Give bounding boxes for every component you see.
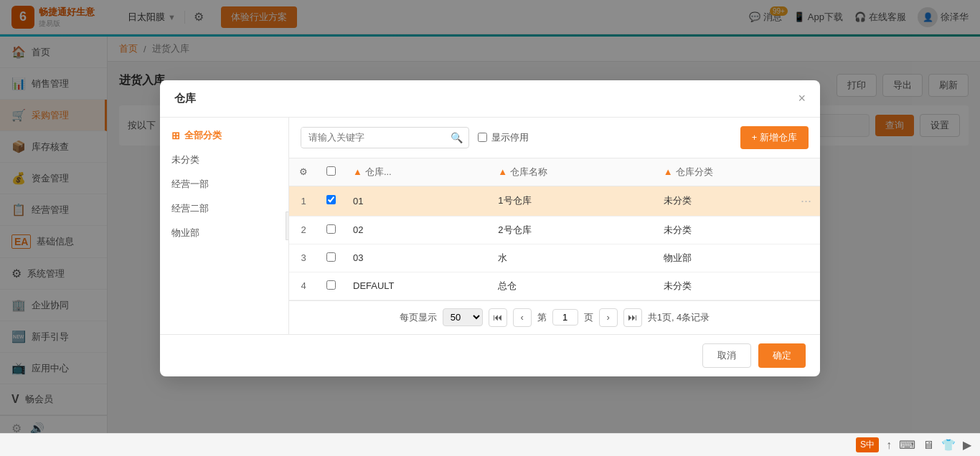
col-category: ▲仓库分类	[655, 158, 820, 186]
sidebar-collapse-btn[interactable]: 《	[286, 212, 289, 240]
dialog-header: 仓库 ×	[160, 80, 820, 118]
row-checkbox[interactable]	[326, 252, 336, 262]
bottom-bar: S中 ↑ ⌨ 🖥 👕 ▶	[0, 433, 980, 456]
bottom-s-icon[interactable]: S中	[856, 437, 879, 452]
row-name: 1号仓库	[489, 186, 654, 216]
col-code: ▲仓库...	[344, 158, 489, 186]
row-checkbox-cell	[318, 186, 344, 216]
category-label: 经营一部	[171, 178, 209, 191]
bottom-play-icon[interactable]: ▶	[963, 438, 971, 452]
category-item-all[interactable]: ⊞ 全部分类	[160, 123, 288, 148]
bottom-monitor-icon[interactable]: 🖥	[923, 439, 934, 452]
table-row[interactable]: 1 01 1号仓库 未分类 ···	[289, 186, 820, 216]
row-category: 未分类	[655, 272, 820, 300]
row-category: 未分类 ···	[655, 186, 820, 216]
category-label: 全部分类	[184, 129, 222, 142]
row-category: 未分类	[655, 216, 820, 244]
per-page-label: 每页显示	[400, 311, 437, 324]
row-num: 1	[289, 186, 318, 216]
row-code: DEFAULT	[344, 272, 489, 300]
col-name: ▲仓库名称	[489, 158, 654, 186]
row-checkbox[interactable]	[326, 195, 336, 204]
row-code: 02	[344, 216, 489, 244]
row-category: 物业部	[655, 244, 820, 272]
show-disabled-checkbox-label[interactable]: 显示停用	[478, 131, 529, 144]
show-disabled-checkbox[interactable]	[478, 133, 487, 142]
col-checkbox	[318, 158, 344, 186]
row-checkbox[interactable]	[326, 280, 336, 290]
warehouse-dialog: 仓库 × ⊞ 全部分类 未分类 经营一部 经营二部	[160, 80, 820, 376]
col-settings: ⚙	[289, 158, 318, 186]
category-label: 经营二部	[171, 202, 209, 215]
bottom-shirt-icon[interactable]: 👕	[941, 438, 956, 452]
dialog-footer: 取消 确定	[160, 334, 820, 376]
page-unit: 页	[584, 311, 593, 324]
prev-page-btn[interactable]: ‹	[513, 308, 532, 327]
grid-icon: ⊞	[171, 130, 180, 141]
table-row[interactable]: 2 02 2号仓库 未分类	[289, 216, 820, 244]
row-num: 2	[289, 216, 318, 244]
category-label: 未分类	[171, 153, 199, 166]
row-checkbox-cell	[318, 216, 344, 244]
modal-overlay: 仓库 × ⊞ 全部分类 未分类 经营一部 经营二部	[0, 0, 980, 456]
bottom-keyboard-icon[interactable]: ⌨	[899, 438, 915, 452]
search-input[interactable]	[301, 128, 445, 147]
dialog-toolbar: 🔍 显示停用 + 新增仓库	[289, 118, 820, 158]
row-num: 3	[289, 244, 318, 272]
table-row[interactable]: 3 03 水 物业部	[289, 244, 820, 272]
row-checkbox-cell	[318, 244, 344, 272]
category-item-ops2[interactable]: 经营二部	[160, 196, 288, 221]
search-box: 🔍	[301, 127, 469, 148]
cancel-btn[interactable]: 取消	[702, 343, 751, 368]
first-page-btn[interactable]: ⏮	[489, 308, 507, 327]
dialog-category-sidebar: ⊞ 全部分类 未分类 经营一部 经营二部 物业部 《	[160, 118, 289, 334]
select-all-checkbox[interactable]	[326, 166, 336, 176]
search-icon[interactable]: 🔍	[445, 128, 468, 148]
more-btn[interactable]: ···	[801, 194, 811, 209]
row-num: 4	[289, 272, 318, 300]
per-page-select[interactable]: 50 100 200	[443, 308, 483, 326]
row-name: 2号仓库	[489, 216, 654, 244]
category-label: 物业部	[171, 227, 199, 239]
pagination: 每页显示 50 100 200 ⏮ ‹ 第 页 › ⏭ 共1页, 4条记录	[289, 300, 820, 334]
page-label: 第	[537, 311, 547, 324]
row-checkbox-cell	[318, 272, 344, 300]
row-name: 水	[489, 244, 654, 272]
row-code: 03	[344, 244, 489, 272]
category-item-property[interactable]: 物业部	[160, 221, 288, 245]
row-name: 总仓	[489, 272, 654, 300]
warehouse-table: ⚙ ▲仓库... ▲仓库名称 ▲仓库分类 1 01	[289, 158, 820, 300]
total-info: 共1页, 4条记录	[648, 311, 710, 324]
table-row[interactable]: 4 DEFAULT 总仓 未分类	[289, 272, 820, 300]
page-input[interactable]	[552, 309, 578, 326]
category-item-ops1[interactable]: 经营一部	[160, 172, 288, 196]
dialog-title: 仓库	[174, 92, 196, 105]
row-code: 01	[344, 186, 489, 216]
add-warehouse-btn[interactable]: + 新增仓库	[740, 126, 809, 149]
dialog-close-btn[interactable]: ×	[798, 92, 806, 105]
show-disabled-label: 显示停用	[491, 131, 529, 144]
bottom-upload-icon[interactable]: ↑	[886, 439, 892, 452]
last-page-btn[interactable]: ⏭	[623, 308, 642, 327]
next-page-btn[interactable]: ›	[599, 308, 618, 327]
category-item-unclassified[interactable]: 未分类	[160, 148, 288, 172]
dialog-main: 🔍 显示停用 + 新增仓库 ⚙	[289, 118, 820, 334]
row-checkbox[interactable]	[326, 224, 336, 234]
confirm-btn[interactable]: 确定	[758, 343, 806, 368]
warehouse-table-wrap: ⚙ ▲仓库... ▲仓库名称 ▲仓库分类 1 01	[289, 158, 820, 300]
dialog-body: ⊞ 全部分类 未分类 经营一部 经营二部 物业部 《	[160, 118, 820, 334]
